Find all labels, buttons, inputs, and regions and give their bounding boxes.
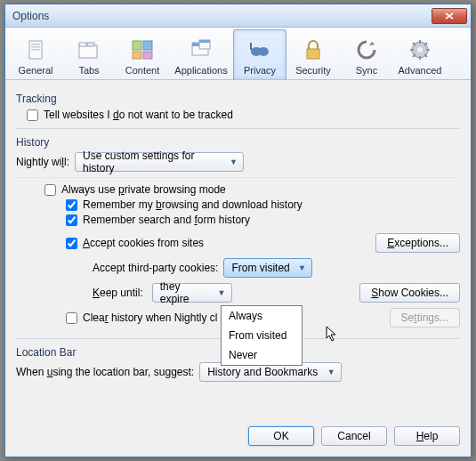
chevron-down-icon: ▼	[228, 158, 239, 166]
svg-rect-17	[250, 43, 252, 50]
svg-rect-4	[79, 45, 97, 58]
show-cookies-button[interactable]: Show Cookies...	[359, 283, 460, 303]
remember-search-checkbox[interactable]	[66, 214, 77, 226]
tab-content-label: Content	[125, 65, 160, 76]
third-party-menu: Always From visited Never	[221, 305, 303, 366]
accept-cookies-checkbox[interactable]	[66, 238, 77, 249]
close-button[interactable]	[432, 8, 467, 24]
tabs-icon	[77, 38, 101, 61]
tab-applications-label: Applications	[174, 65, 227, 76]
third-party-option-never[interactable]: Never	[222, 345, 302, 365]
keep-until-label: Keep until:	[93, 287, 143, 299]
help-button[interactable]: Help	[394, 426, 460, 446]
nightly-will-label: Nightly will:	[16, 156, 69, 168]
clear-history-checkbox[interactable]	[66, 312, 77, 324]
general-icon	[24, 38, 47, 61]
third-party-option-visited[interactable]: From visited	[222, 326, 302, 345]
third-party-label: Accept third-party cookies:	[93, 262, 218, 274]
always-private-checkbox[interactable]	[44, 184, 56, 196]
svg-rect-3	[31, 49, 40, 51]
keep-until-dropdown[interactable]: they expire ▼	[152, 283, 232, 303]
tab-advanced-label: Advanced	[399, 65, 442, 76]
tab-security[interactable]: Security	[286, 29, 340, 79]
privacy-icon	[248, 38, 271, 61]
window-title: Options	[12, 10, 432, 22]
location-bar-label: When using the location bar, suggest:	[16, 366, 194, 378]
remember-search-label: Remember search and form history	[83, 214, 250, 226]
svg-point-16	[258, 47, 269, 56]
keep-until-value: they expire	[160, 280, 211, 305]
third-party-dropdown[interactable]: From visited ▼	[223, 258, 312, 278]
tab-tabs-label: Tabs	[78, 65, 99, 76]
advanced-icon	[408, 38, 432, 61]
close-icon	[445, 12, 454, 20]
exceptions-button[interactable]: Exceptions...	[375, 233, 460, 253]
options-window: Options General Tabs Content Application…	[4, 4, 472, 457]
nightly-will-value: Use custom settings for history	[83, 150, 222, 174]
svg-rect-1	[31, 44, 40, 45]
tracking-heading: Tracking	[16, 93, 460, 105]
titlebar: Options	[5, 4, 471, 28]
tab-tabs[interactable]: Tabs	[62, 29, 116, 79]
category-toolbar: General Tabs Content Applications Privac…	[5, 28, 471, 80]
chevron-down-icon: ▼	[295, 263, 308, 272]
tab-advanced[interactable]: Advanced	[393, 29, 447, 79]
clear-history-label: Clear history when Nightly cl	[83, 311, 217, 324]
content-icon	[131, 38, 154, 61]
cursor-icon	[326, 326, 340, 344]
dialog-button-bar: OK Cancel Help	[5, 419, 471, 457]
sync-icon	[355, 38, 378, 61]
chevron-down-icon: ▼	[325, 368, 337, 376]
security-icon	[302, 38, 325, 61]
svg-rect-2	[31, 46, 40, 48]
svg-rect-7	[133, 41, 141, 50]
chevron-down-icon: ▼	[215, 288, 227, 297]
tab-general[interactable]: General	[9, 29, 62, 79]
svg-point-20	[417, 47, 423, 53]
tab-sync-label: Sync	[356, 65, 377, 76]
svg-rect-9	[133, 52, 141, 59]
tab-privacy[interactable]: Privacy	[233, 29, 286, 79]
ok-button[interactable]: OK	[248, 426, 314, 446]
svg-rect-6	[87, 43, 94, 46]
svg-rect-14	[199, 40, 210, 43]
tab-content[interactable]: Content	[116, 29, 169, 79]
always-private-label: Always use private browsing mode	[61, 183, 226, 196]
tab-security-label: Security	[295, 65, 331, 76]
nightly-will-dropdown[interactable]: Use custom settings for history ▼	[75, 152, 244, 172]
remember-browsing-label: Remember my browsing and download histor…	[83, 198, 303, 211]
remember-browsing-checkbox[interactable]	[66, 199, 77, 211]
third-party-option-always[interactable]: Always	[222, 306, 302, 326]
tab-general-label: General	[18, 65, 52, 76]
cancel-button[interactable]: Cancel	[321, 426, 387, 446]
third-party-value: From visited	[231, 262, 289, 274]
tab-sync[interactable]: Sync	[340, 29, 393, 79]
tab-privacy-label: Privacy	[244, 65, 276, 76]
do-not-track-label: Tell websites I do not want to be tracke…	[44, 109, 233, 121]
svg-rect-18	[307, 49, 319, 59]
accept-cookies-label: Accept cookies from sites	[83, 237, 204, 249]
svg-rect-8	[143, 41, 152, 50]
tab-applications[interactable]: Applications	[169, 29, 233, 79]
applications-icon	[190, 38, 213, 61]
content-area: Tracking Tell websites I do not want to …	[5, 80, 471, 419]
settings-button[interactable]: Settings...	[390, 308, 460, 328]
history-heading: History	[16, 136, 460, 149]
svg-rect-10	[143, 52, 152, 59]
svg-rect-5	[79, 43, 86, 46]
location-bar-value: History and Bookmarks	[207, 366, 318, 378]
do-not-track-checkbox[interactable]	[27, 109, 38, 121]
